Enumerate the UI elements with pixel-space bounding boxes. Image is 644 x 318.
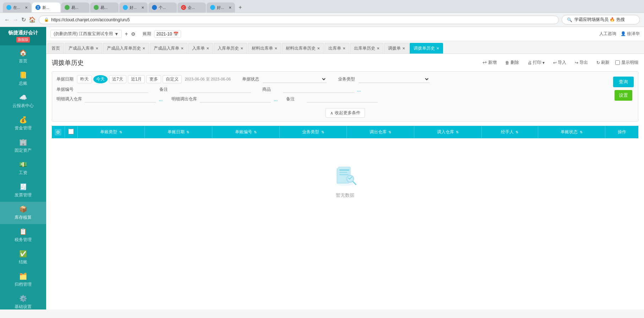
col-type[interactable]: 单账类型 ⇅ [77,126,145,138]
col-out-warehouse[interactable]: 调出仓库 ⇅ [347,126,414,138]
browser-tab[interactable]: 好... ✕ [119,2,148,12]
tab-close-icon[interactable]: ✕ [274,46,277,50]
forward-button[interactable]: → [13,17,18,23]
tab-close-icon[interactable]: ✕ [436,46,439,50]
business-type-select[interactable] [359,76,430,83]
status-select[interactable] [263,76,327,83]
tab-in-history[interactable]: 入库单历史 ✕ [214,43,247,54]
sidebar-item-inventory[interactable]: 📦 库存核算 [0,202,46,224]
company-settings-button[interactable]: ⚙ [131,31,136,37]
collapse-filter-button[interactable]: ∧ 收起更多条件 [326,108,365,118]
company-selector[interactable]: (勿删勿禁用) 江西服宝测试专用 ▼ [50,30,122,38]
tab-product-in[interactable]: 产成品入库单 ✕ [65,43,102,54]
tab-product-in-history[interactable]: 产成品入库单历史 ✕ [103,43,149,54]
date-more-btn[interactable]: 更多 [146,75,161,83]
col-in-warehouse[interactable]: 调入仓库 ⇅ [414,126,481,138]
browser-tab[interactable]: 好... ✕ [207,2,235,12]
chevron-down-icon: ▼ [114,32,119,37]
sidebar-item-home[interactable]: 🏠 首页 [0,45,46,68]
user-avatar[interactable]: 👤 徐泽华 [621,31,640,37]
finance-icon: 💰 [19,116,27,124]
tab-close-icon[interactable]: ✕ [95,46,98,50]
tab-close-icon[interactable]: ✕ [377,46,380,50]
browser-tab[interactable]: 文 新... [32,2,60,12]
date-1month-btn[interactable]: 近1月 [128,75,145,83]
period-value[interactable]: 2021-10 📅 [154,30,181,38]
page-title-bar: 调拨单历史 + + 新增 🗑 删除 🖨 打印 ▾ [52,58,638,67]
tab-out-history[interactable]: 出库单历史 ✕ [350,43,383,54]
detail-in-input[interactable] [85,96,156,102]
back-button[interactable]: ← [4,17,10,23]
detail-in-label: 明细调入仓库 [56,96,82,102]
col-biz-type[interactable]: 业务类型 ⇅ [279,126,347,138]
tab-home[interactable]: 首页 [48,43,64,54]
service-link[interactable]: 人工咨询 [599,31,616,37]
sidebar-item-settings[interactable]: ⚙️ 基础设置 [0,291,46,309]
browser-tab[interactable]: 易... [61,2,89,12]
sidebar-item-invoice[interactable]: 🧾 发票管理 [0,179,46,202]
tab-close-icon[interactable]: ✕ [240,46,243,50]
sidebar-item-tax[interactable]: 📋 税务管理 [0,224,46,246]
tab-close-icon[interactable]: ✕ [343,46,345,50]
tab-transfer-history[interactable]: 调拨单历史 ✕ [410,43,443,54]
new-tab-button[interactable]: + [236,2,245,12]
tab-material-out[interactable]: 材料出库单 ✕ [248,43,281,54]
tab-out-order[interactable]: 出库单 ✕ [324,43,349,54]
date-today-btn[interactable]: 今天 [93,75,108,83]
search-bar[interactable]: 🔍 学霸应聘场驱鸟员 🔥 热搜 [562,15,640,24]
sidebar-item-salary[interactable]: 💵 工资 [0,157,46,179]
date-yesterday-btn[interactable]: 昨天 [77,75,92,83]
export-button[interactable]: ↪ 导出 [572,58,591,67]
address-input-container[interactable]: 🔒 https://cloud.chanjet.com/accounting/u… [39,16,559,24]
date-custom-btn[interactable]: 自定义 [163,75,182,83]
tab-close-icon[interactable]: ✕ [206,46,209,50]
show-detail-checkbox[interactable] [615,60,620,65]
browser-tab[interactable]: 易... [90,2,119,12]
date-7days-btn[interactable]: 近7天 [109,75,126,83]
col-date[interactable]: 单账日期 ⇅ [145,126,212,138]
remark-input[interactable] [180,86,251,93]
detail-in-select-icon[interactable]: ... [159,96,163,102]
goods-select-icon[interactable]: ... [357,87,361,93]
table-settings-icon[interactable]: ⚙ [55,129,61,135]
goods-input[interactable] [283,86,354,93]
order-no-input[interactable] [77,86,148,93]
tab-close-icon[interactable]: ✕ [402,46,405,50]
table-gear-header[interactable]: ⚙ [52,126,65,138]
browser-tab[interactable]: C 企... [178,2,206,12]
new-button[interactable]: + + 新增 [480,58,500,67]
tab-close-icon[interactable]: ✕ [181,46,184,50]
tab-material-out-history[interactable]: 材料出库单历史 ✕ [282,43,324,54]
detail-out-input[interactable] [200,96,271,102]
tab-close-icon[interactable]: ✕ [317,46,320,50]
sidebar-item-finance[interactable]: 💰 资金管理 [0,112,46,135]
home-button[interactable]: 🏠 [29,16,36,23]
browser-tab[interactable]: 在... ✕ [3,2,31,12]
filter-settings-button[interactable]: 设置 [615,90,632,101]
query-button[interactable]: 查询 [613,77,634,87]
tab-product-in-list[interactable]: 产成品入库单 ✕ [150,43,187,54]
refresh-button[interactable]: ↻ [21,16,26,23]
tab-transfer[interactable]: 调拨单 ✕ [384,43,409,54]
sidebar-item-closing[interactable]: ✅ 结账 [0,246,46,269]
table-checkbox-header[interactable] [65,126,77,138]
tab-close-icon[interactable]: ✕ [142,46,145,50]
detail-out-select-icon[interactable]: ... [274,96,278,102]
delete-button[interactable]: 🗑 删除 [502,58,522,67]
sidebar-item-ledger[interactable]: 📒 总账 [0,68,46,90]
sidebar-item-reports[interactable]: ☁️ 云报表中心 [0,90,46,112]
col-no[interactable]: 单账编号 ⇅ [212,126,279,138]
sidebar-item-assets[interactable]: 🏢 固定资产 [0,135,46,157]
col-status[interactable]: 单账状态 ⇅ [538,126,605,138]
browser-tab[interactable]: 个... [148,2,177,12]
sidebar-item-archive[interactable]: 🗂️ 归档管理 [0,269,46,291]
tab-in-order[interactable]: 入库单 ✕ [188,43,213,54]
col-handler[interactable]: 经手人 ⇅ [481,126,538,138]
status-filter-label: 单据状态 [242,76,260,82]
print-button[interactable]: 🖨 打印 ▾ [525,58,547,67]
note-input[interactable] [307,96,378,102]
refresh-page-button[interactable]: ↻ 刷新 [594,58,612,67]
import-button[interactable]: ↩ 导入 [550,58,569,67]
select-all-checkbox[interactable] [68,129,74,134]
add-company-button[interactable]: + [125,31,128,37]
